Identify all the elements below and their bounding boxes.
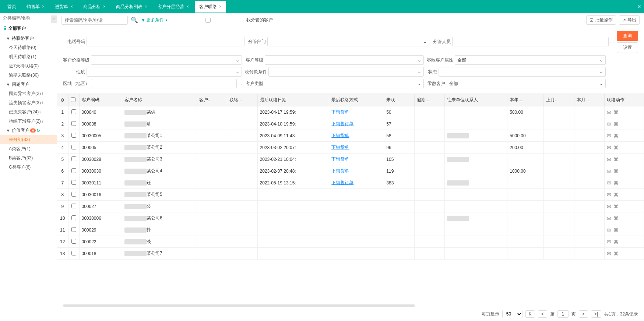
refresh-icon[interactable]: ↻ bbox=[36, 128, 40, 133]
row-checkbox[interactable] bbox=[71, 215, 76, 220]
sidebar-item-today-pending[interactable]: 今天待联络(0) bbox=[0, 43, 57, 52]
row-checkbox[interactable] bbox=[71, 251, 76, 255]
last-method-link[interactable]: 下销货单 bbox=[331, 133, 349, 138]
chat-icon[interactable]: ✉ bbox=[607, 168, 611, 174]
sidebar-collapse-button[interactable]: « bbox=[51, 15, 57, 23]
grid-icon[interactable]: ⌘ bbox=[613, 168, 619, 174]
chat-icon[interactable]: ✉ bbox=[607, 121, 611, 127]
tab-analysis[interactable]: 商品分析 × bbox=[79, 1, 110, 13]
sidebar-item-class-a[interactable]: A类客户(1) bbox=[0, 144, 57, 154]
row-checkbox[interactable] bbox=[71, 168, 76, 173]
chat-icon[interactable]: ✉ bbox=[607, 145, 611, 151]
filter-status-select[interactable]: ⌄ bbox=[439, 67, 606, 77]
td-checkbox[interactable] bbox=[68, 248, 79, 260]
query-button[interactable]: 查询 bbox=[617, 31, 638, 41]
td-checkbox[interactable] bbox=[68, 236, 79, 248]
filter-region-select[interactable] bbox=[91, 79, 237, 88]
grid-icon[interactable]: ⌘ bbox=[613, 180, 619, 186]
search-input[interactable] bbox=[61, 16, 128, 25]
td-checkbox[interactable] bbox=[68, 142, 79, 154]
export-button[interactable]: ↗ 导出 bbox=[619, 15, 640, 25]
sidebar-item-hoarding[interactable]: 囤购异常客户(2) ℹ bbox=[0, 89, 57, 98]
filter-payment-select[interactable]: ⌄ bbox=[268, 67, 424, 77]
td-checkbox[interactable] bbox=[68, 118, 79, 130]
last-method-link[interactable]: 下销货单 bbox=[331, 145, 349, 150]
row-checkbox[interactable] bbox=[71, 133, 76, 138]
last-page-button[interactable]: >| bbox=[591, 310, 601, 318]
chat-icon[interactable]: ✉ bbox=[607, 215, 611, 221]
reset-button[interactable]: 设置 bbox=[617, 42, 638, 53]
my-customers-checkbox[interactable] bbox=[171, 18, 245, 22]
chat-icon[interactable]: ✉ bbox=[607, 227, 611, 233]
filter-scattered-attr-select[interactable]: 全部 ⌄ bbox=[455, 55, 606, 65]
first-page-button[interactable]: K bbox=[525, 310, 535, 318]
tab-customer-contact-close[interactable]: × bbox=[219, 4, 222, 9]
sidebar-item-class-b[interactable]: B类客户(33) bbox=[0, 154, 57, 163]
tab-sales[interactable]: 销售单 × bbox=[22, 1, 49, 13]
chat-icon[interactable]: ✉ bbox=[607, 192, 611, 198]
my-customers-checkbox-label[interactable]: 我分管的客户 bbox=[171, 17, 273, 23]
last-method-link[interactable]: 下销货单 bbox=[331, 168, 349, 173]
row-checkbox[interactable] bbox=[71, 180, 76, 185]
close-all-button[interactable]: × bbox=[637, 3, 641, 11]
th-settings[interactable]: ⚙ bbox=[57, 94, 68, 106]
chat-icon[interactable]: ✉ bbox=[607, 109, 611, 115]
tab-customer-contact[interactable]: 客户联络 × bbox=[195, 1, 226, 13]
dots-button[interactable]: ... bbox=[610, 39, 614, 44]
group-problem-customers[interactable]: ▼ 问题客户 bbox=[0, 80, 57, 89]
chat-icon[interactable]: ✉ bbox=[607, 156, 611, 162]
row-checkbox[interactable] bbox=[71, 239, 76, 244]
td-checkbox[interactable] bbox=[68, 224, 79, 236]
last-method-link[interactable]: 下销售订单 bbox=[331, 121, 353, 126]
chat-icon[interactable]: ✉ bbox=[607, 239, 611, 245]
group-value-customers[interactable]: ▼ 价值客户 R ↻ bbox=[0, 126, 57, 135]
chat-icon[interactable]: ✉ bbox=[607, 133, 611, 139]
tab-sales-close[interactable]: × bbox=[42, 4, 45, 9]
td-checkbox[interactable] bbox=[68, 201, 79, 212]
row-checkbox[interactable] bbox=[71, 204, 76, 208]
filter-person-select[interactable] bbox=[452, 37, 609, 46]
filter-phone-input[interactable] bbox=[87, 37, 244, 46]
region-dots-button[interactable]: ... bbox=[238, 81, 242, 86]
tab-analysis-close[interactable]: × bbox=[103, 4, 106, 9]
tab-analysis-list-close[interactable]: × bbox=[145, 4, 147, 9]
row-checkbox[interactable] bbox=[71, 227, 76, 232]
last-method-link[interactable]: 下销货单 bbox=[331, 156, 349, 162]
filter-dept-select[interactable]: ⌄ bbox=[267, 37, 429, 46]
tab-customer-segment-close[interactable]: × bbox=[186, 4, 189, 9]
row-checkbox[interactable] bbox=[71, 109, 76, 114]
grid-icon[interactable]: ⌘ bbox=[613, 251, 619, 257]
grid-icon[interactable]: ⌘ bbox=[613, 215, 619, 221]
page-size-select[interactable]: 50 100 200 bbox=[502, 310, 522, 318]
td-checkbox[interactable] bbox=[68, 165, 79, 177]
sidebar-search-input[interactable] bbox=[3, 15, 57, 21]
sidebar-item-overdue-pending[interactable]: 逾期未联络(30) bbox=[0, 71, 57, 80]
tab-customer-segment[interactable]: 客户分层经营 × bbox=[153, 1, 193, 13]
tab-analysis-list[interactable]: 商品分析列表 × bbox=[112, 1, 152, 13]
row-checkbox[interactable] bbox=[71, 156, 76, 161]
td-checkbox[interactable] bbox=[68, 130, 79, 142]
row-checkbox[interactable] bbox=[71, 145, 76, 149]
grid-icon[interactable]: ⌘ bbox=[613, 109, 619, 115]
grid-icon[interactable]: ⌘ bbox=[613, 204, 619, 209]
sidebar-item-7day-pending[interactable]: 近7天待联络(0) bbox=[0, 61, 57, 71]
filter-customer-level-select[interactable]: ⌄ bbox=[265, 55, 424, 65]
current-page-input[interactable] bbox=[557, 310, 569, 318]
filter-customer-type-select[interactable]: ⌄ bbox=[265, 79, 424, 88]
sidebar-item-declining[interactable]: 持续下滑客户(2) ℹ bbox=[0, 117, 57, 126]
grid-icon[interactable]: ⌘ bbox=[613, 192, 619, 198]
th-checkbox[interactable] bbox=[68, 94, 79, 106]
more-conditions-button[interactable]: ▼ 更多条件 ▲ bbox=[141, 17, 168, 23]
tab-purchase-close[interactable]: × bbox=[70, 4, 73, 9]
chat-icon[interactable]: ✉ bbox=[607, 180, 611, 186]
sidebar-item-churn-warning[interactable]: 流失预警客户(3) ℹ bbox=[0, 98, 57, 107]
group-pending-contact[interactable]: ▼ 待联络客户 bbox=[0, 34, 57, 43]
td-checkbox[interactable] bbox=[68, 177, 79, 189]
all-customers-header[interactable]: ⠿ 全部客户 bbox=[0, 23, 57, 34]
td-checkbox[interactable] bbox=[68, 189, 79, 201]
grid-icon[interactable]: ⌘ bbox=[613, 156, 619, 162]
grid-icon[interactable]: ⌘ bbox=[613, 239, 619, 245]
home-tab[interactable]: 首页 bbox=[3, 1, 21, 13]
grid-icon[interactable]: ⌘ bbox=[613, 145, 619, 151]
sidebar-item-tomorrow-pending[interactable]: 明天待联络(1) bbox=[0, 52, 57, 61]
